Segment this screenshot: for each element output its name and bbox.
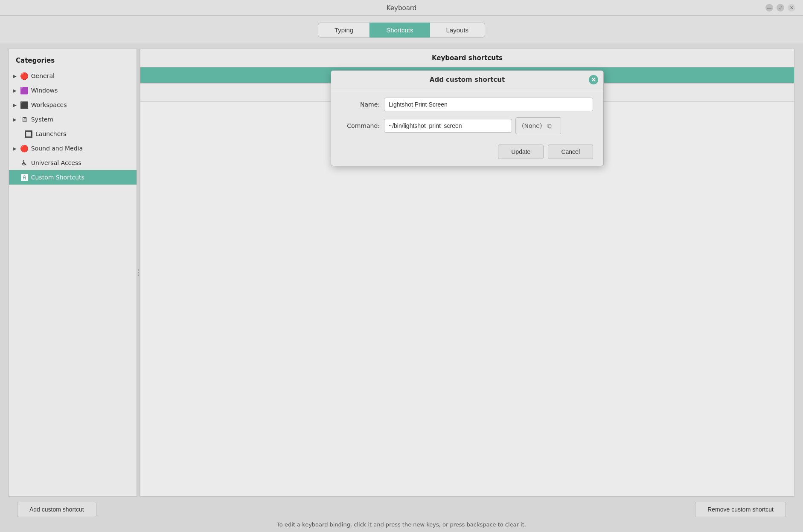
modal-title: Add custom shortcut xyxy=(430,76,505,84)
resize-dot xyxy=(138,272,139,273)
tab-shortcuts[interactable]: Shortcuts xyxy=(369,23,430,38)
sidebar-label-custom-shortcuts: Custom Shortcuts xyxy=(31,174,84,181)
sidebar: Categories ▶ 🔴 General ▶ 🟪 Windows ▶ ⬛ W… xyxy=(9,49,137,497)
command-row: Command: (None) ⧉ xyxy=(341,117,593,134)
name-row: Name: xyxy=(341,98,593,111)
custom-shortcuts-icon: 🅰 xyxy=(20,173,29,182)
accessibility-icon: ♿ xyxy=(20,159,29,167)
arrow-icon: ▶ xyxy=(13,74,17,78)
sidebar-item-universal-access[interactable]: ▶ ♿ Universal Access xyxy=(9,156,137,170)
remove-custom-shortcut-button[interactable]: Remove custom shortcut xyxy=(695,502,786,517)
copy-icon[interactable]: ⧉ xyxy=(544,121,555,131)
tab-typing[interactable]: Typing xyxy=(318,23,369,38)
bottom-actions: Add custom shortcut Remove custom shortc… xyxy=(9,497,794,532)
modal-header: Add custom shortcut ✕ xyxy=(331,71,603,89)
sidebar-label-launchers: Launchers xyxy=(35,130,66,137)
sidebar-item-general[interactable]: ▶ 🔴 General xyxy=(9,69,137,83)
resize-dot xyxy=(138,275,139,276)
arrow-icon: ▶ xyxy=(13,146,17,151)
workspaces-icon: ⬛ xyxy=(20,101,29,109)
sidebar-item-launchers[interactable]: 🔲 Launchers xyxy=(9,127,137,141)
sidebar-label-general: General xyxy=(31,72,55,79)
sidebar-label-workspaces: Workspaces xyxy=(31,101,67,108)
resize-dot xyxy=(138,269,139,271)
title-bar: Keyboard — ⤢ ✕ xyxy=(0,0,803,16)
name-input[interactable] xyxy=(384,98,593,111)
content-area: Categories ▶ 🔴 General ▶ 🟪 Windows ▶ ⬛ W… xyxy=(9,49,794,497)
modal-close-button[interactable]: ✕ xyxy=(589,75,598,84)
hint-text: To edit a keyboard binding, click it and… xyxy=(9,520,794,532)
sidebar-item-system[interactable]: ▶ 🖥 System xyxy=(9,112,137,127)
sidebar-item-sound-and-media[interactable]: ▶ 🔴 Sound and Media xyxy=(9,141,137,156)
name-label: Name: xyxy=(341,101,380,108)
launchers-icon: 🔲 xyxy=(24,130,33,138)
modal-body: Name: Command: (None) ⧉ xyxy=(331,89,603,141)
windows-icon: 🟪 xyxy=(20,86,29,95)
arrow-icon: ▶ xyxy=(13,103,17,107)
modal-footer: Update Cancel xyxy=(331,141,603,166)
sidebar-item-windows[interactable]: ▶ 🟪 Windows xyxy=(9,83,137,98)
binding-value: (None) xyxy=(522,122,542,129)
command-input[interactable] xyxy=(384,119,512,133)
command-label: Command: xyxy=(341,122,380,129)
sidebar-item-workspaces[interactable]: ▶ ⬛ Workspaces xyxy=(9,98,137,112)
sidebar-title: Categories xyxy=(9,53,137,69)
sidebar-label-windows: Windows xyxy=(31,87,58,94)
general-icon: 🔴 xyxy=(20,72,29,80)
main-content: Categories ▶ 🔴 General ▶ 🟪 Windows ▶ ⬛ W… xyxy=(0,43,803,532)
minimize-button[interactable]: — xyxy=(765,4,773,12)
sidebar-label-universal-access: Universal Access xyxy=(31,159,81,166)
bottom-buttons-row: Add custom shortcut Remove custom shortc… xyxy=(9,497,794,520)
shortcuts-header: Keyboard shortcuts xyxy=(140,49,794,67)
close-button[interactable]: ✕ xyxy=(788,4,795,12)
right-panel: Keyboard shortcuts Lightshot Print Scree… xyxy=(140,49,794,497)
window-controls: — ⤢ ✕ xyxy=(765,4,795,12)
arrow-icon: ▶ xyxy=(13,88,17,93)
binding-display[interactable]: (None) ⧉ xyxy=(515,117,561,134)
resize-handle[interactable] xyxy=(137,49,140,497)
command-binding: (None) ⧉ xyxy=(384,117,561,134)
arrow-icon: ▶ xyxy=(13,117,17,122)
window-title: Keyboard xyxy=(387,4,417,12)
sidebar-label-sound: Sound and Media xyxy=(31,145,83,152)
maximize-button[interactable]: ⤢ xyxy=(777,4,784,12)
update-button[interactable]: Update xyxy=(498,145,544,159)
cancel-button[interactable]: Cancel xyxy=(548,145,593,159)
sidebar-item-custom-shortcuts[interactable]: ▶ 🅰 Custom Shortcuts xyxy=(9,170,137,185)
sidebar-label-system: System xyxy=(31,116,53,123)
resize-dots xyxy=(138,269,139,276)
sound-icon: 🔴 xyxy=(20,144,29,153)
system-icon: 🖥 xyxy=(20,115,29,124)
tabs-bar: Typing Shortcuts Layouts xyxy=(0,16,803,43)
add-custom-shortcut-modal: Add custom shortcut ✕ Name: Command: xyxy=(331,70,604,166)
add-custom-shortcut-button[interactable]: Add custom shortcut xyxy=(17,502,96,517)
tab-layouts[interactable]: Layouts xyxy=(430,23,486,38)
